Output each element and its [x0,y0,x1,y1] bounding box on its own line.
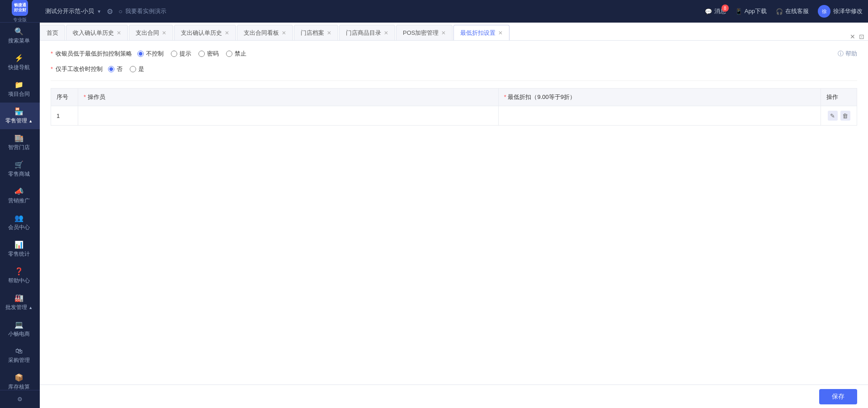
radio-input-strategy-forbid[interactable] [226,51,232,57]
sidebar-settings-button[interactable]: ⚙ [0,390,40,408]
messages-button[interactable]: 💬 消息 8 [705,7,726,15]
tab-close-icon[interactable]: ✕ [117,30,121,36]
col-header-discount: * 最低折扣（9.00等于9折） [498,89,821,106]
online-service-button[interactable]: 🎧 在线客服 [776,7,809,15]
retail-icon: 🏪 [14,107,24,116]
sidebar-item-member[interactable]: 👥会员中心 [0,209,40,236]
ecommerce-label: 小畅电商 [8,330,30,338]
sidebar-item-inventory[interactable]: 📦库存核算 [0,369,40,390]
tab-close-icon[interactable]: ✕ [282,30,286,36]
sidebar-item-online_store[interactable]: 🛒零售商城 [0,156,40,183]
manual-label: * 仅手工改价时控制 [51,65,103,73]
tab-label: 最低折扣设置 [460,29,495,37]
tab-controls: ✕ ⊡ [846,33,868,40]
tab-close-icon[interactable]: ✕ [225,30,229,36]
user-menu[interactable]: 徐 徐泽华修改 [818,5,863,18]
table-header-row: 序号* 操作员* 最低折扣（9.00等于9折）操作 [51,89,857,106]
help-button[interactable]: ⓘ 帮助 [838,50,857,58]
sidebar-item-wholesale[interactable]: 🏭批发管理 ▲ [0,289,40,316]
delete-row-button[interactable]: 🗑 [840,111,850,121]
tab-close-icon[interactable]: ✕ [498,30,503,36]
radio-manual-no[interactable]: 否 [108,65,123,73]
help-icon: ❓ [14,267,24,276]
tab-首页[interactable]: 首页 [40,25,65,40]
ecommerce-icon: 💻 [14,320,24,329]
app-download-label: App下载 [745,7,767,15]
topbar-settings-button[interactable]: ⚙ [107,7,113,16]
demo-label: 我要看实例演示 [125,7,166,15]
sidebar-item-search[interactable]: 🔍搜索菜单 [0,23,40,49]
radio-strategy-no_control[interactable]: 不控制 [137,50,164,58]
tab-支出合同看板[interactable]: 支出合同看板✕ [237,25,293,40]
form-row-strategy: * 收银员低于最低折扣控制策略 不控制提示密码禁止 [51,50,857,58]
tab-最低折扣设置[interactable]: 最低折扣设置✕ [453,25,509,40]
sidebar-item-smart_store[interactable]: 🏬智营门店 [0,129,40,156]
table-section: 序号* 操作员* 最低折扣（9.00等于9折）操作 1 ✎ 🗑 [51,88,857,126]
topbar-right: 💬 消息 8 📱 App下载 🎧 在线客服 徐 徐泽华修改 [705,5,863,18]
sidebar-item-marketing[interactable]: 📣营销推广 [0,183,40,209]
message-icon: 💬 [705,8,712,15]
smart_store-icon: 🏬 [14,134,24,142]
tab-close-icon[interactable]: ✕ [327,30,331,36]
tab-收入确认单历史[interactable]: 收入确认单历史✕ [66,25,128,40]
radio-input-strategy-no_control[interactable] [137,51,144,57]
project-name: 测试分开示范-小贝 [45,7,94,15]
sidebar-item-shortcut[interactable]: ⚡快捷导航 [0,49,40,76]
project-label: 项目合同 [8,90,30,98]
radio-manual-yes[interactable]: 是 [130,65,144,73]
radio-strategy-password[interactable]: 密码 [198,50,219,58]
tab-label: POS加密管理 [403,29,439,37]
project-selector[interactable]: 测试分开示范-小贝 ▼ [45,7,101,15]
messages-badge: 8 [722,5,729,12]
cell-discount [498,106,821,126]
sidebar-item-help[interactable]: ❓帮助中心 [0,263,40,289]
tab-label: 支出确认单历史 [181,29,222,37]
radio-input-manual-no[interactable] [108,66,114,72]
help-label: 帮助中心 [8,277,30,285]
form-section: ⓘ 帮助 * 收银员低于最低折扣控制策略 不控制提示密码禁止 * 仅手工改价时控… [51,50,857,81]
sidebar: 畅捷通好业财 专业版 🔍搜索菜单⚡快捷导航📁项目合同🏪零售管理 ▲🏬智营门店🛒零… [0,0,40,408]
tab-支出合同[interactable]: 支出合同✕ [129,25,173,40]
purchase-label: 采购管理 [8,356,30,364]
required-star-2: * [51,66,53,72]
online_store-icon: 🛒 [14,160,24,169]
page-card: ⓘ 帮助 * 收银员低于最低折扣控制策略 不控制提示密码禁止 * 仅手工改价时控… [40,41,868,385]
radio-strategy-forbid[interactable]: 禁止 [226,50,246,58]
strategy-label: * 收银员低于最低折扣控制策略 [51,50,132,58]
tab-门店档案[interactable]: 门店档案✕ [294,25,338,40]
sidebar-item-stat[interactable]: 📊零售统计 [0,236,40,263]
help-circle-icon: ⓘ [838,50,844,58]
tab-close-icon[interactable]: ✕ [384,30,388,36]
cell-action: ✎ 🗑 [821,106,857,126]
sidebar-item-ecommerce[interactable]: 💻小畅电商 [0,316,40,342]
radio-strategy-remind[interactable]: 提示 [171,50,191,58]
edit-row-button[interactable]: ✎ [828,111,838,121]
tab-close-button[interactable]: ✕ [850,33,855,40]
sidebar-item-purchase[interactable]: 🛍采购管理 [0,342,40,369]
save-button[interactable]: 保存 [819,389,857,404]
online_store-label: 零售商城 [8,170,30,178]
radio-input-manual-yes[interactable] [130,66,136,72]
table-row: 1 ✎ 🗑 [51,106,857,126]
main-area: 测试分开示范-小贝 ▼ ⚙ ○ 我要看实例演示 💬 消息 8 📱 App下载 🎧… [40,0,868,408]
inventory-icon: 📦 [14,373,24,382]
tab-支出确认单历史[interactable]: 支出确认单历史✕ [174,25,236,40]
tab-more-button[interactable]: ⊡ [859,33,864,40]
shortcut-icon: ⚡ [14,54,24,62]
tab-门店商品目录[interactable]: 门店商品目录✕ [339,25,395,40]
demo-link[interactable]: ○ 我要看实例演示 [118,7,166,15]
radio-input-strategy-remind[interactable] [171,51,177,57]
tab-close-icon[interactable]: ✕ [441,30,446,36]
sidebar-item-retail[interactable]: 🏪零售管理 ▲ [0,103,40,129]
member-label: 会员中心 [8,224,30,231]
tab-label: 收入确认单历史 [73,29,114,37]
help-label: 帮助 [845,50,857,58]
radio-input-strategy-password[interactable] [198,51,205,57]
col-header-seq: 序号 [51,89,78,106]
sidebar-item-project[interactable]: 📁项目合同 [0,76,40,103]
tab-close-icon[interactable]: ✕ [162,30,166,36]
tab-POS加密管理[interactable]: POS加密管理✕ [396,25,453,40]
app-download-button[interactable]: 📱 App下载 [735,7,767,15]
content-area: ⓘ 帮助 * 收银员低于最低折扣控制策略 不控制提示密码禁止 * 仅手工改价时控… [40,41,868,385]
form-row-manual: * 仅手工改价时控制 否是 [51,65,857,73]
